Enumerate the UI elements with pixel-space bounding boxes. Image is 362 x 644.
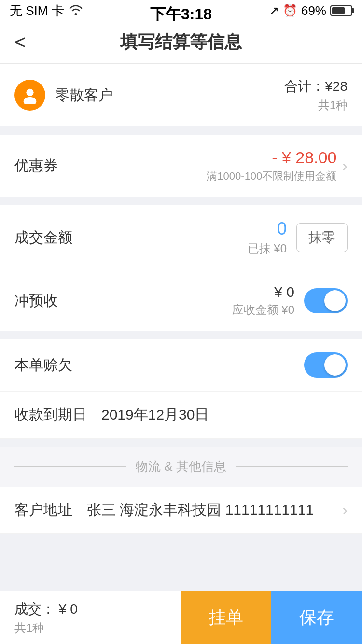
customer-row: 零散客户 合计：¥28 共1种 [0,64,362,127]
due-date-label: 收款到期日 [14,405,87,425]
status-left: 无 SIM 卡 [10,2,83,19]
back-button[interactable]: < [14,31,26,53]
battery-percent: 69% [301,3,326,18]
amount-value-wrap: 0 已抹 ¥0 [248,219,287,256]
customer-total: 合计：¥28 共1种 [284,77,348,113]
prepay-value: ¥ 0 [232,284,294,300]
coupon-row[interactable]: 优惠券 - ¥ 28.00 满1000-100不限制使用金额 › [0,135,362,197]
prepay-label: 冲预收 [14,291,58,311]
coupon-discount: - ¥ 28.00 [207,148,336,167]
save-button[interactable]: 保存 [271,591,362,644]
amount-right: 0 已抹 ¥0 抹零 [248,219,348,256]
carrier-label: 无 SIM 卡 [10,2,64,19]
logistics-line-left [14,466,126,467]
credit-row: 本单赊欠 [0,339,362,392]
address-value: 张三 海淀永丰科技园 11111111111 [87,500,342,520]
amount-value: 0 [248,219,287,239]
bottom-deal-count: 共1种 [14,620,166,636]
nav-bar: < 填写结算等信息 [0,21,362,64]
address-label: 客户地址 [14,500,72,520]
coupon-right: - ¥ 28.00 满1000-100不限制使用金额 › [207,148,348,183]
credit-toggle[interactable] [304,352,348,378]
bottom-bar: 成交： ¥ 0 共1种 挂单 保存 [0,591,362,644]
logistics-divider: 物流 & 其他信息 [0,447,362,487]
toggle-knob [324,290,346,311]
due-date-value: 2019年12月30日 [101,405,209,425]
credit-toggle-knob [324,354,346,376]
address-row[interactable]: 客户地址 张三 海淀永丰科技园 11111111111 › [0,487,362,534]
section-divider-4 [0,439,362,447]
chevron-right-icon: › [342,157,348,175]
logistics-line-right [236,466,348,467]
due-date-row: 收款到期日 2019年12月30日 [0,392,362,439]
svg-point-1 [24,97,37,104]
credit-label: 本单赊欠 [14,355,72,375]
hangup-button[interactable]: 挂单 [181,591,271,644]
prepay-toggle[interactable] [304,288,348,313]
coupon-desc: 满1000-100不限制使用金额 [207,169,336,183]
prepay-sub: 应收金额 ¥0 [232,302,294,318]
page-title: 填写结算等信息 [120,30,242,54]
alarm-icon: ⏰ [283,4,297,17]
prepay-info: ¥ 0 应收金额 ¥0 [232,284,294,318]
svg-point-0 [26,89,33,96]
avatar [14,80,45,111]
coupon-info: - ¥ 28.00 满1000-100不限制使用金额 [207,148,336,183]
battery-icon [330,5,352,16]
section-divider-1 [0,127,362,135]
deal-amount-label: 成交金额 [14,228,72,248]
customer-info: 零散客户 [14,80,113,111]
section-divider-2 [0,197,362,205]
status-right: ↗ ⏰ 69% [269,3,352,18]
bottom-deal-label: 成交： ¥ 0 [14,600,166,618]
status-bar: 无 SIM 卡 下午3:18 ↗ ⏰ 69% [0,0,362,21]
coupon-label: 优惠券 [14,156,58,176]
prepay-right: ¥ 0 应收金额 ¥0 [232,284,348,318]
logistics-label: 物流 & 其他信息 [136,458,226,475]
address-chevron-icon: › [342,501,348,519]
customer-name: 零散客户 [55,85,113,105]
total-count: 共1种 [284,98,348,113]
round-zero-button[interactable]: 抹零 [296,223,348,252]
deal-amount-row: 成交金额 0 已抹 ¥0 抹零 [0,205,362,270]
wifi-icon [69,3,83,18]
bottom-summary: 成交： ¥ 0 共1种 [0,600,181,636]
content: 零散客户 合计：¥28 共1种 优惠券 - ¥ 28.00 满1000-100不… [0,64,362,644]
user-icon [21,86,39,104]
amount-sub: 已抹 ¥0 [248,241,287,256]
total-label: 合计：¥28 [284,77,348,96]
section-divider-3 [0,331,362,339]
location-icon: ↗ [269,4,279,17]
prepay-row: 冲预收 ¥ 0 应收金额 ¥0 [0,270,362,331]
bottom-fill [0,534,362,592]
